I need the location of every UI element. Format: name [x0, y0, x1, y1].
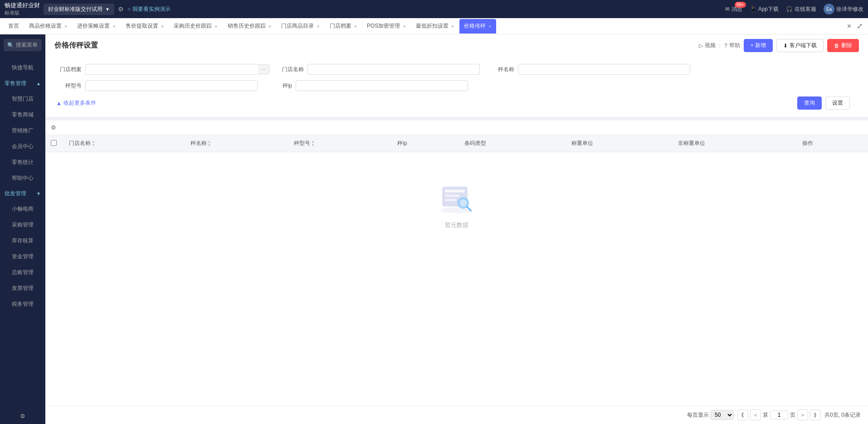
content-area: 价格传秤设置 ▷ 视频 | ? 帮助 + 新增 ⬇ [45, 34, 868, 424]
form-row-1: 门店档案 ··· 门店名称 秤名称 [54, 64, 859, 75]
form-row-actions: ▲ 收起更多条件 查询 设置 [54, 96, 859, 110]
settings-search-button[interactable]: 设置 [825, 96, 850, 110]
user-menu-button[interactable]: Ea 徐泽华修改 [824, 4, 863, 14]
sort-scale-model[interactable]: 秤型号 ▲▼ [294, 140, 386, 147]
page-number-input[interactable] [770, 410, 788, 419]
close-icon[interactable]: × [317, 24, 319, 29]
video-link[interactable]: ▷ 视频 [699, 42, 716, 49]
tab-sales-history[interactable]: 销售历史价跟踪 × [223, 19, 276, 34]
sidebar-settings-button[interactable]: ⚙ [0, 408, 45, 424]
scale-name-input[interactable] [518, 64, 690, 75]
store-name-input[interactable] [307, 64, 480, 75]
total-records-label: 共0页, 0条记录 [824, 411, 861, 419]
sidebar-item-purchase[interactable]: 采购管理 [0, 217, 45, 233]
app-download-button[interactable]: 📱 App下载 [750, 5, 779, 13]
tab-bar: 首页 商品价格设置 × 进价策略设置 × 售价提取设置 × 采购历史价跟踪 × … [0, 18, 868, 34]
messages-button[interactable]: ✉ 消息 99+ [725, 5, 742, 13]
close-icon[interactable]: × [161, 24, 164, 29]
next-page-button[interactable]: ＞ [797, 410, 808, 420]
empty-state: 暂元数据 [45, 152, 868, 256]
sidebar-item-retail-mall[interactable]: 零售商城 [0, 107, 45, 123]
tab-pos-management[interactable]: POS加密管理 × [362, 19, 410, 34]
eye-icon: ○ [127, 6, 131, 12]
sort-store-name[interactable]: 门店名称 ▲▼ [69, 140, 180, 147]
close-tab-icon[interactable]: × [845, 22, 853, 30]
tab-store-archive[interactable]: 门店档案 × [325, 19, 361, 34]
table-settings-icon[interactable]: ⚙ [51, 124, 56, 131]
search-menu-button[interactable]: 🔍 搜索菜单 [4, 39, 42, 51]
store-archive-browse-button[interactable]: ··· [258, 64, 269, 74]
tab-purchase-strategy[interactable]: 进价策略设置 × [73, 19, 120, 34]
sidebar-item-quick-nav[interactable]: 快捷导航 [0, 59, 45, 76]
tab-price-scale[interactable]: 价格传秤 × [459, 19, 496, 34]
close-icon[interactable]: × [112, 24, 115, 29]
sidebar-item-finance[interactable]: 资金管理 [0, 249, 45, 265]
form-item-scale-model: 秤型号 [54, 80, 258, 91]
close-icon[interactable]: × [215, 24, 217, 29]
page-title: 价格传秤设置 [54, 41, 98, 50]
page-navigator: ⟪ ＜ 算 页 ＞ ⟫ [737, 410, 821, 420]
scale-ip-input[interactable] [296, 80, 468, 91]
tab-product-price[interactable]: 商品价格设置 × [24, 19, 72, 34]
close-icon[interactable]: × [451, 24, 454, 29]
sidebar-item-help[interactable]: 帮助中心 [0, 170, 45, 186]
close-icon[interactable]: × [488, 24, 491, 29]
sidebar-item-inventory[interactable]: 库存核算 [0, 233, 45, 249]
video-icon: ▷ [699, 43, 703, 49]
sidebar-group-retail[interactable]: 零售管理 ▲ [0, 76, 45, 91]
add-button[interactable]: + 新增 [744, 39, 773, 52]
query-button[interactable]: 查询 [797, 96, 822, 110]
fullscreen-icon[interactable]: ⤢ [855, 22, 864, 30]
prev-page-button[interactable]: ＜ [750, 410, 761, 420]
store-archive-input[interactable] [85, 64, 258, 75]
store-archive-input-wrapper: ··· [85, 64, 269, 75]
scale-ip-label: 秤ip [265, 82, 292, 90]
close-icon[interactable]: × [64, 24, 67, 29]
empty-text: 暂元数据 [445, 221, 468, 229]
tab-price-extract[interactable]: 售价提取设置 × [121, 19, 168, 34]
tab-store-product-catalog[interactable]: 门店商品目录 × [277, 19, 324, 34]
delete-button[interactable]: 🗑 删除 [827, 39, 859, 52]
close-icon[interactable]: × [403, 24, 405, 29]
search-form: 门店档案 ··· 门店名称 秤名称 [45, 57, 868, 117]
first-page-button[interactable]: ⟪ [737, 410, 748, 420]
select-all-checkbox[interactable] [51, 140, 57, 146]
scale-model-input[interactable] [85, 80, 258, 91]
th-actions: 操作 [797, 135, 868, 152]
help-link[interactable]: ? 帮助 [724, 42, 740, 49]
sidebar-item-tax[interactable]: 税务管理 [0, 296, 45, 312]
sidebar-item-retail-stats[interactable]: 零售统计 [0, 154, 45, 170]
sort-scale-name[interactable]: 秤名称 ▲▼ [190, 140, 283, 147]
form-item-store-name: 门店名称 [277, 64, 480, 75]
sidebar-item-smart-store[interactable]: 智慧门店 [0, 91, 45, 107]
page-size-select[interactable]: 10 20 50 100 [711, 410, 734, 420]
sidebar-item-marketing[interactable]: 营销推广 [0, 123, 45, 139]
pagination: 每页显示 10 20 50 100 ⟪ ＜ 算 页 [45, 405, 868, 424]
svg-rect-4 [445, 199, 456, 201]
th-store-name: 门店名称 ▲▼ [63, 135, 185, 152]
collapse-more-button[interactable]: ▲ 收起更多条件 [54, 97, 98, 109]
sidebar-item-xiaochang[interactable]: 小畅电商 [0, 201, 45, 217]
chevron-down-icon: ▼ [36, 191, 41, 196]
search-icon: 🔍 [7, 42, 14, 48]
tab-min-discount[interactable]: 最低折扣设置 × [411, 19, 458, 34]
scale-name-label: 秤名称 [487, 66, 514, 73]
sidebar-item-member[interactable]: 会员中心 [0, 139, 45, 154]
sidebar-item-invoice[interactable]: 发票管理 [0, 280, 45, 296]
settings-icon[interactable]: ⚙ [118, 5, 124, 13]
top-bar-right: ✉ 消息 99+ 📱 App下载 🎧 在线客服 Ea 徐泽华修改 [725, 4, 863, 14]
tab-home[interactable]: 首页 [4, 19, 24, 34]
online-service-button[interactable]: 🎧 在线客服 [786, 5, 816, 13]
svg-rect-2 [445, 189, 464, 192]
close-icon[interactable]: × [354, 24, 357, 29]
tab-purchase-history[interactable]: 采购历史价跟踪 × [169, 19, 222, 34]
demo-button[interactable]: ○ 我要看实例演示 [127, 5, 171, 13]
close-icon[interactable]: × [268, 24, 271, 29]
version-selector[interactable]: 好业财标准版交付试用 ▼ [44, 4, 114, 15]
chevron-up-icon: ▲ [36, 81, 41, 86]
sidebar-item-general-ledger[interactable]: 总账管理 [0, 265, 45, 280]
sidebar-group-wholesale[interactable]: 批发管理 ▼ [0, 186, 45, 201]
svg-rect-3 [445, 195, 459, 197]
last-page-button[interactable]: ⟫ [810, 410, 821, 420]
download-client-button[interactable]: ⬇ 客户端下载 [776, 39, 824, 52]
